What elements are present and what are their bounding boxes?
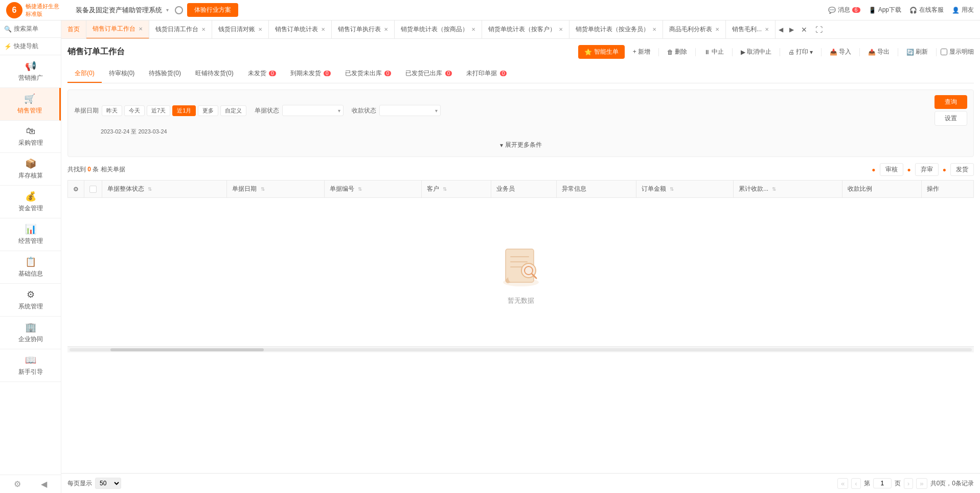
message-center[interactable]: 💬 消息 6 xyxy=(828,6,860,14)
tab-close-sales-by-customer[interactable]: ✕ xyxy=(559,27,563,32)
query-button[interactable]: 查询 xyxy=(935,95,967,109)
cancel-suspend-button[interactable]: ▶ 取消中止 xyxy=(737,46,776,58)
sidebar-item-sales[interactable]: 🛒 销售管理 xyxy=(0,88,61,121)
export-button[interactable]: 📤 导出 xyxy=(864,46,894,58)
page-number-input[interactable] xyxy=(873,478,892,488)
tab-close-sales-gross[interactable]: ✕ xyxy=(765,27,769,32)
suspend-button[interactable]: ⏸ 中止 xyxy=(700,46,728,58)
refresh-button[interactable]: 🔄 刷新 xyxy=(902,46,932,58)
tab-sales-by-staff[interactable]: 销货单统计表（按业务员） ✕ xyxy=(569,20,663,39)
scrollbar-thumb[interactable] xyxy=(110,348,264,351)
tab-gross-profit[interactable]: 商品毛利分析表 ✕ xyxy=(663,20,726,39)
tab-close-gross-profit[interactable]: ✕ xyxy=(715,27,719,32)
next-page-button[interactable]: › xyxy=(904,478,913,489)
table-header-settings[interactable]: ⚙ xyxy=(68,181,84,198)
delete-button[interactable]: 🗑 删除 xyxy=(663,46,691,58)
experience-button[interactable]: 体验行业方案 xyxy=(187,3,238,17)
tab-sales-gross[interactable]: 销售毛利... ✕ xyxy=(726,20,776,39)
add-button[interactable]: + 新增 xyxy=(629,46,654,58)
first-page-button[interactable]: « xyxy=(837,478,848,489)
tab-close-sales-exec[interactable]: ✕ xyxy=(384,27,388,32)
select-all-checkbox[interactable] xyxy=(89,186,97,193)
tab-nav-next[interactable]: ▶ xyxy=(786,20,797,39)
settings-icon[interactable] xyxy=(175,6,183,14)
tab-close-sales-stats[interactable]: ✕ xyxy=(321,27,325,32)
table-header-date[interactable]: 单据日期 ⇅ xyxy=(227,181,324,198)
filter-tab-shipped-not-out[interactable]: 已发货未出库 0 xyxy=(338,65,399,83)
tab-close-cash-daily[interactable]: ✕ xyxy=(201,27,206,32)
date-btn-7days[interactable]: 近7天 xyxy=(147,105,170,116)
filter-tab-pending-audit[interactable]: 待审核(0) xyxy=(102,65,142,83)
tab-cash-reconcile[interactable]: 钱货日清对账 ✕ xyxy=(212,20,269,39)
table-header-received[interactable]: 累计收款... ⇅ xyxy=(734,181,842,198)
date-btn-more[interactable]: 更多 xyxy=(198,105,218,116)
status-select[interactable] xyxy=(282,105,344,116)
date-btn-yesterday[interactable]: 昨天 xyxy=(102,105,122,116)
last-page-button[interactable]: » xyxy=(916,478,927,489)
table-header-operation[interactable]: 操作 xyxy=(922,181,974,198)
payment-select[interactable] xyxy=(379,105,441,116)
filter-tab-not-shipped[interactable]: 未发货 0 xyxy=(241,65,283,83)
sidebar-item-enterprise[interactable]: 🏢 企业协同 xyxy=(0,317,61,349)
sidebar-search[interactable]: 🔍 搜索菜单 xyxy=(0,20,61,38)
horizontal-scrollbar[interactable] xyxy=(67,346,974,352)
tab-sales-stats[interactable]: 销售订单统计表 ✕ xyxy=(269,20,332,39)
scrollbar-track[interactable] xyxy=(70,348,972,351)
date-btn-custom[interactable]: 自定义 xyxy=(220,105,246,116)
audit-button[interactable]: 审核 xyxy=(880,163,903,176)
filter-tab-shipped-out[interactable]: 已发货已出库 0 xyxy=(398,65,459,83)
tab-close-all[interactable]: ✕ xyxy=(797,20,811,39)
filter-tab-overdue-ship[interactable]: 到期未发货 0 xyxy=(283,65,338,83)
sidebar-item-inventory[interactable]: 📦 库存核算 xyxy=(0,153,61,186)
user-menu[interactable]: 👤 用友 xyxy=(952,6,974,14)
online-service-link[interactable]: 🎧 在线客服 xyxy=(909,6,944,14)
tab-sales-by-product[interactable]: 销货单统计表（按商品） ✕ xyxy=(395,20,482,39)
import-button[interactable]: 📥 导入 xyxy=(826,46,855,58)
show-detail-checkbox-label[interactable]: 显示明细 xyxy=(941,48,974,56)
app-download-link[interactable]: 📱 App下载 xyxy=(869,6,901,14)
table-header-number[interactable]: 单据编号 ⇅ xyxy=(324,181,421,198)
table-header-ratio[interactable]: 收款比例 xyxy=(842,181,922,198)
expand-conditions-button[interactable]: ▾ 展开更多条件 xyxy=(496,139,546,151)
table-header-customer[interactable]: 客户 ⇅ xyxy=(421,181,491,198)
tab-close-sales-by-product[interactable]: ✕ xyxy=(471,27,475,32)
tab-close-sales-workbench[interactable]: ✕ xyxy=(139,26,143,32)
tab-sales-exec[interactable]: 销售订单执行表 ✕ xyxy=(332,20,395,39)
sidebar-item-operations[interactable]: 📊 经营管理 xyxy=(0,218,61,251)
table-header-checkbox[interactable] xyxy=(84,181,102,198)
sidebar-item-marketing[interactable]: 📢 营销推广 xyxy=(0,55,61,88)
sidebar-quick-nav[interactable]: ⚡ 快捷导航 xyxy=(0,38,61,55)
ship-button[interactable]: 发货 xyxy=(950,163,974,176)
table-header-salesperson[interactable]: 业务员 xyxy=(491,181,557,198)
tab-home[interactable]: 首页 xyxy=(61,20,86,39)
smart-create-button[interactable]: ⭐ 智能生单 xyxy=(578,45,625,59)
sidebar-item-purchase[interactable]: 🛍 采购管理 xyxy=(0,121,61,153)
show-detail-checkbox[interactable] xyxy=(941,49,947,55)
collapse-icon[interactable]: ◀ xyxy=(41,479,47,489)
tab-sales-workbench[interactable]: 销售订单工作台 ✕ xyxy=(86,20,149,39)
filter-tab-not-printed[interactable]: 未打印单据 0 xyxy=(459,65,514,83)
sidebar-item-system[interactable]: ⚙ 系统管理 xyxy=(0,284,61,317)
tab-sales-by-customer[interactable]: 销货单统计表（按客户） ✕ xyxy=(482,20,569,39)
cancel-audit-button[interactable]: 弃审 xyxy=(915,163,939,176)
table-header-amount[interactable]: 订单金额 ⇅ xyxy=(636,181,733,198)
tab-maximize[interactable]: ⛶ xyxy=(811,20,827,39)
sidebar-item-finance[interactable]: 💰 资金管理 xyxy=(0,186,61,218)
print-button[interactable]: 🖨 打印 ▾ xyxy=(784,46,817,58)
filter-tab-all[interactable]: 全部(0) xyxy=(67,65,102,83)
page-size-select[interactable]: 10 20 50 100 xyxy=(95,478,121,489)
table-header-status[interactable]: 单据整体状态 ⇅ xyxy=(102,181,227,198)
filter-tab-pending-inspect[interactable]: 待拣验货(0) xyxy=(142,65,188,83)
set-button[interactable]: 设置 xyxy=(935,111,967,126)
dropdown-chevron-icon[interactable]: ▾ xyxy=(166,7,169,13)
sidebar-item-basic[interactable]: 📋 基础信息 xyxy=(0,251,61,284)
sidebar-item-guide[interactable]: 📖 新手引导 xyxy=(0,349,61,382)
tab-nav-prev[interactable]: ◀ xyxy=(776,20,786,39)
filter-tab-wangpu-ship[interactable]: 旺铺待发货(0) xyxy=(188,65,241,83)
tab-close-cash-reconcile[interactable]: ✕ xyxy=(258,27,262,32)
date-btn-1month[interactable]: 近1月 xyxy=(172,105,196,116)
date-btn-today[interactable]: 今天 xyxy=(124,105,145,116)
tab-close-sales-by-staff[interactable]: ✕ xyxy=(652,27,656,32)
settings-gear-icon[interactable]: ⚙ xyxy=(14,479,21,489)
table-header-abnormal[interactable]: 异常信息 xyxy=(557,181,636,198)
